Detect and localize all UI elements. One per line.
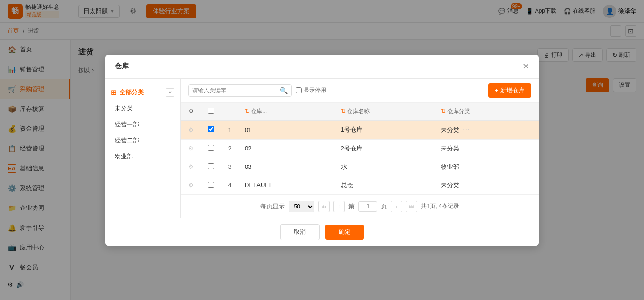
dialog-header: 仓库 ✕: [105, 55, 539, 79]
show-disabled-label[interactable]: 显示停用: [296, 86, 326, 94]
sidebar-item-property[interactable]: 物业部: [105, 149, 180, 165]
row-checkbox[interactable]: [208, 145, 214, 151]
page-unit: 页: [381, 202, 387, 211]
cancel-button[interactable]: 取消: [280, 224, 320, 240]
row-name-cell: 1号仓库: [335, 120, 436, 139]
gear-col-icon: ⚙: [189, 108, 194, 115]
sidebar-item-dept2[interactable]: 经营二部: [105, 133, 180, 149]
row-category-cell: 未分类 ···: [435, 120, 539, 139]
grid-icon: ⊞: [111, 89, 116, 96]
row-category-cell: 未分类: [435, 176, 539, 194]
row-num-cell: 1: [220, 120, 239, 139]
row-check-cell[interactable]: [201, 120, 220, 139]
table-row[interactable]: ⚙ 2 02 2号仓库 未分类: [181, 139, 539, 158]
confirm-button[interactable]: 确定: [325, 225, 364, 240]
col-code-header[interactable]: ⇅ 仓库...: [239, 103, 335, 121]
search-icon[interactable]: 🔍: [280, 87, 288, 94]
sort-code-icon: ⇅: [245, 108, 249, 115]
row-gear-cell: ⚙: [181, 176, 201, 194]
col-name-header[interactable]: ⇅ 仓库名称: [335, 103, 436, 121]
page-number-input[interactable]: [358, 201, 377, 212]
row-gear-cell: ⚙: [181, 120, 201, 139]
dialog-close-button[interactable]: ✕: [522, 61, 529, 72]
all-category-item[interactable]: ⊞ 全部分类 «: [105, 84, 180, 100]
dialog-title: 仓库: [115, 62, 129, 71]
row-name-cell: 2号仓库: [335, 139, 436, 158]
per-page-label: 每页显示: [260, 202, 285, 211]
prev-page-button[interactable]: ‹: [333, 201, 345, 212]
search-box[interactable]: 🔍: [188, 84, 292, 97]
row-category-cell: 未分类: [435, 139, 539, 158]
dialog-toolbar: 🔍 显示停用 + 新增仓库: [181, 79, 539, 103]
search-input[interactable]: [192, 87, 278, 94]
row-num-cell: 3: [220, 158, 239, 176]
total-info: 共1页, 4条记录: [421, 202, 459, 210]
show-disabled-checkbox[interactable]: [296, 87, 302, 93]
col-check-header[interactable]: [201, 103, 220, 121]
row-gear-cell: ⚙: [181, 139, 201, 158]
first-page-button[interactable]: ⏮: [318, 201, 330, 212]
dialog-body: ⊞ 全部分类 « 未分类 经营一部 经营二部 物业部: [105, 79, 539, 218]
row-num-cell: 4: [220, 176, 239, 194]
next-page-button[interactable]: ›: [391, 201, 402, 212]
row-code-cell: 02: [239, 139, 335, 158]
row-num-cell: 2: [220, 139, 239, 158]
per-page-select[interactable]: 50 100: [289, 201, 314, 212]
row-more-icon[interactable]: ···: [461, 125, 471, 133]
col-category-header[interactable]: ⇅ 仓库分类: [435, 103, 539, 121]
row-check-cell[interactable]: [201, 176, 220, 194]
add-warehouse-button[interactable]: + 新增仓库: [488, 83, 531, 98]
sort-category-icon: ⇅: [441, 108, 446, 115]
col-num-header: [220, 103, 239, 121]
last-page-button[interactable]: ⏭: [406, 201, 417, 212]
table-header-row: ⚙ ⇅ 仓库...: [181, 103, 539, 121]
row-name-cell: 总仓: [335, 176, 436, 194]
row-gear-icon: ⚙: [188, 145, 194, 152]
row-code-cell: DEFAULT: [239, 176, 335, 194]
row-checkbox[interactable]: [208, 126, 214, 132]
modal-overlay[interactable]: 仓库 ✕ ⊞ 全部分类 « 未分类 经营一部 经营二部: [0, 0, 644, 300]
pagination: 每页显示 50 100 ⏮ ‹ 第 页 › ⏭ 共1页, 4条记录: [181, 195, 539, 218]
row-gear-cell: ⚙: [181, 158, 201, 176]
page-label: 第: [348, 202, 355, 211]
table-row[interactable]: ⚙ 4 DEFAULT 总仓 未分类: [181, 176, 539, 194]
collapse-icon[interactable]: «: [166, 88, 174, 97]
warehouse-table: ⚙ ⇅ 仓库...: [181, 103, 539, 195]
select-all-checkbox[interactable]: [208, 108, 214, 114]
dialog-content: 🔍 显示停用 + 新增仓库 ⚙: [181, 79, 539, 218]
row-name-cell: 水: [335, 158, 436, 176]
row-checkbox[interactable]: [208, 163, 214, 169]
table-row[interactable]: ⚙ 1 01 1号仓库 未分类 ···: [181, 120, 539, 139]
show-disabled-text: 显示停用: [304, 86, 326, 94]
warehouse-dialog: 仓库 ✕ ⊞ 全部分类 « 未分类 经营一部 经营二部: [105, 55, 539, 246]
all-category-label: 全部分类: [119, 88, 144, 97]
row-checkbox[interactable]: [208, 182, 214, 188]
warehouse-table-body: ⚙ 1 01 1号仓库 未分类 ··· ⚙ 2 02 2号仓库 未分类: [181, 120, 539, 194]
row-code-cell: 01: [239, 120, 335, 139]
table-row[interactable]: ⚙ 3 03 水 物业部: [181, 158, 539, 176]
col-gear-header: ⚙: [181, 103, 201, 121]
sidebar-item-dept1[interactable]: 经营一部: [105, 117, 180, 133]
sort-name-icon: ⇅: [341, 108, 346, 115]
row-gear-icon: ⚙: [188, 182, 194, 189]
row-category-cell: 物业部: [435, 158, 539, 176]
sidebar-item-uncategorized[interactable]: 未分类: [105, 100, 180, 117]
row-gear-icon: ⚙: [188, 163, 194, 170]
row-gear-icon: ⚙: [188, 126, 194, 133]
dialog-sidebar: ⊞ 全部分类 « 未分类 经营一部 经营二部 物业部: [105, 79, 181, 218]
row-check-cell[interactable]: [201, 158, 220, 176]
row-code-cell: 03: [239, 158, 335, 176]
row-check-cell[interactable]: [201, 139, 220, 158]
dialog-footer: 取消 确定: [105, 218, 539, 246]
